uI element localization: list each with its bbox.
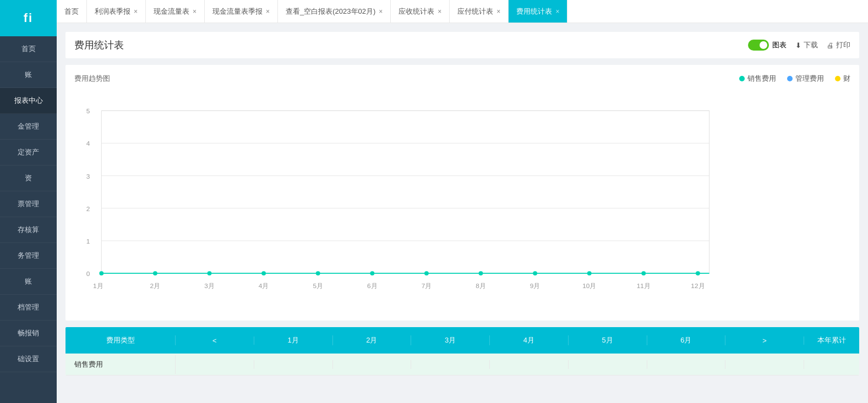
tab-cashflow-close[interactable]: × (193, 8, 196, 15)
page-header: 费用统计表 图表 ⬇ 下载 🖨 打印 (65, 32, 859, 58)
sidebar-item-ledger[interactable]: 账 (0, 269, 57, 295)
tab-profit-close[interactable]: × (134, 8, 138, 15)
chart-toggle-label: 图表 (772, 40, 787, 50)
chart-container: 5 4 3 2 1 0 (74, 90, 850, 312)
chart-toggle[interactable] (748, 40, 769, 51)
chart-section: 费用趋势图 销售费用 管理费用 财 (65, 65, 859, 321)
sidebar-item-reports[interactable]: 报表中心 (0, 88, 57, 114)
tab-cashflow[interactable]: 现金流量表 × (146, 0, 205, 23)
th-m2: 2月 (333, 335, 412, 345)
sidebar-item-inventory[interactable]: 存核算 (0, 217, 57, 243)
td-m4-sales (490, 360, 569, 369)
legend-admin-label: 管理费用 (795, 74, 824, 84)
svg-text:3月: 3月 (204, 282, 215, 290)
chart-header: 费用趋势图 销售费用 管理费用 财 (74, 74, 850, 84)
tab-bar: 首页 利润表季报 × 现金流量表 × 现金流量表季报 × 查看_空白报表(202… (57, 0, 868, 23)
sidebar-item-account[interactable]: 账 (0, 62, 57, 88)
chart-legend: 销售费用 管理费用 财 (739, 74, 850, 84)
legend-finance: 财 (835, 74, 850, 84)
svg-text:1月: 1月 (93, 282, 103, 290)
legend-finance-dot (835, 76, 840, 81)
table-header: 费用类型 < 1月 2月 3月 4月 5月 (65, 327, 859, 354)
th-m1: 1月 (254, 335, 333, 345)
legend-sales-label: 销售费用 (747, 74, 776, 84)
th-nav-next[interactable]: > (725, 336, 804, 345)
sidebar-item-home[interactable]: 首页 (0, 36, 57, 62)
legend-finance-label: 财 (843, 74, 850, 84)
sidebar: fi 首页 账 报表中心 金管理 定资产 资 票管理 存核算 务管理 账 档管理… (0, 0, 57, 403)
next-arrow-icon[interactable]: > (762, 336, 767, 345)
svg-text:6月: 6月 (367, 282, 378, 290)
tab-payable-close[interactable]: × (496, 8, 500, 15)
tab-payable[interactable]: 应付统计表 × (450, 0, 509, 23)
print-icon: 🖨 (827, 41, 834, 49)
svg-text:1: 1 (86, 238, 90, 245)
th-m2-label: 2月 (366, 335, 377, 345)
tab-blank[interactable]: 查看_空白报表(2023年02月) × (278, 0, 391, 23)
tab-expense-stat-close[interactable]: × (555, 8, 559, 15)
legend-admin: 管理费用 (787, 74, 824, 84)
td-m6-sales (647, 360, 726, 369)
svg-point-18 (370, 271, 374, 275)
tab-receivable[interactable]: 应收统计表 × (391, 0, 450, 23)
sidebar-item-invoices[interactable]: 票管理 (0, 191, 57, 217)
th-m6-label: 6月 (680, 335, 691, 345)
svg-point-22 (587, 271, 592, 275)
sidebar-item-expense[interactable]: 畅报销 (0, 321, 57, 346)
svg-point-16 (261, 271, 266, 275)
svg-text:9月: 9月 (530, 282, 541, 290)
table-section: 费用类型 < 1月 2月 3月 4月 5月 (65, 327, 859, 376)
sidebar-logo: fi (0, 0, 57, 36)
tab-expense-stat-label: 费用统计表 (516, 7, 552, 16)
svg-point-21 (533, 271, 537, 275)
trend-chart: 5 4 3 2 1 0 (74, 90, 850, 310)
main-area: 首页 利润表季报 × 现金流量表 × 现金流量表季报 × 查看_空白报表(202… (57, 0, 868, 403)
svg-point-23 (641, 271, 646, 275)
svg-point-17 (316, 271, 320, 275)
th-type-label: 费用类型 (106, 335, 135, 345)
sidebar-item-files[interactable]: 档管理 (0, 295, 57, 321)
sidebar-item-finance[interactable]: 金管理 (0, 114, 57, 140)
th-total: 本年累计 (804, 335, 859, 345)
print-button[interactable]: 🖨 打印 (827, 40, 850, 50)
sidebar-item-assets[interactable]: 定资产 (0, 140, 57, 165)
tab-cashflow-q-close[interactable]: × (266, 8, 270, 15)
tab-home[interactable]: 首页 (57, 0, 87, 23)
td-nav-space (176, 360, 254, 369)
print-label: 打印 (836, 40, 850, 50)
sidebar-item-settings[interactable]: 础设置 (0, 346, 57, 372)
th-m3-label: 3月 (445, 335, 456, 345)
tab-payable-label: 应付统计表 (457, 7, 493, 16)
th-type: 费用类型 (65, 335, 176, 345)
svg-text:7月: 7月 (422, 282, 432, 290)
legend-admin-dot (787, 76, 793, 81)
tab-profit-label: 利润表季报 (95, 7, 130, 16)
th-nav-prev[interactable]: < (176, 336, 254, 345)
tab-blank-close[interactable]: × (379, 8, 383, 15)
download-button[interactable]: ⬇ 下载 (795, 40, 818, 50)
tab-home-label: 首页 (64, 7, 79, 16)
sidebar-item-service[interactable]: 务管理 (0, 243, 57, 269)
sidebar-item-resources[interactable]: 资 (0, 165, 57, 191)
table-row-sales: 销售费用 (65, 354, 859, 376)
chart-toggle-wrap: 图表 (748, 40, 787, 51)
tab-profit[interactable]: 利润表季报 × (87, 0, 146, 23)
page-content: 费用统计表 图表 ⬇ 下载 🖨 打印 费用趋势图 (57, 23, 868, 403)
tab-cashflow-q[interactable]: 现金流量表季报 × (205, 0, 278, 23)
tab-receivable-close[interactable]: × (438, 8, 441, 15)
svg-rect-12 (101, 111, 709, 273)
th-total-label: 本年累计 (817, 335, 846, 345)
prev-arrow-icon[interactable]: < (212, 336, 217, 345)
svg-point-19 (424, 271, 429, 275)
svg-point-14 (153, 271, 157, 275)
td-total-sales (804, 360, 859, 369)
tab-cashflow-q-label: 现金流量表季报 (212, 7, 263, 16)
td-m3-sales (411, 360, 490, 369)
legend-sales-dot (739, 76, 745, 81)
th-m5: 5月 (569, 335, 647, 345)
tab-receivable-label: 应收统计表 (398, 7, 434, 16)
th-m6: 6月 (647, 335, 726, 345)
tab-expense-stat[interactable]: 费用统计表 × (509, 0, 567, 23)
td-m5-sales (569, 360, 647, 369)
page-title: 费用统计表 (74, 38, 124, 52)
